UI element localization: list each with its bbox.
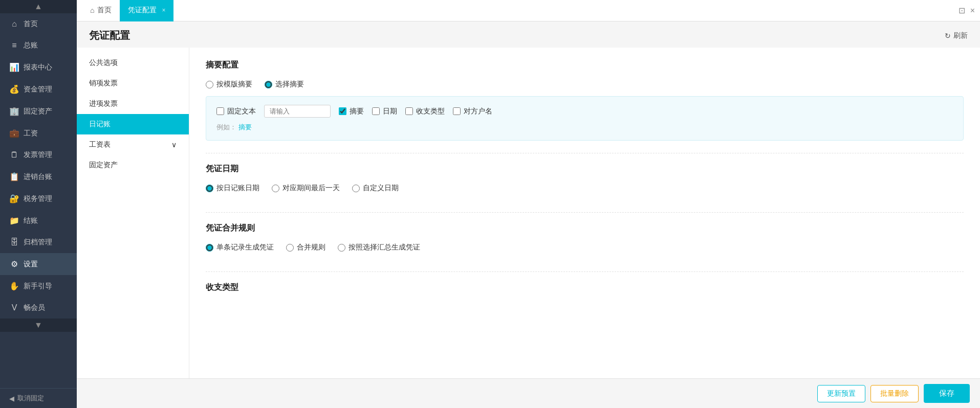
- sidebar-item-assets[interactable]: 🏢 固定资产: [0, 100, 77, 122]
- date-checkbox[interactable]: [372, 107, 380, 115]
- sidebar-item-invoice[interactable]: 🗒 发票管理: [0, 144, 77, 166]
- left-nav-payroll[interactable]: 工资表 ∨: [77, 134, 189, 155]
- date-option[interactable]: 日期: [372, 107, 397, 116]
- fixed-text-input[interactable]: [264, 105, 331, 118]
- abstract-checkbox[interactable]: [339, 107, 346, 115]
- fixed-text-option[interactable]: 固定文本: [216, 107, 256, 116]
- last-day-option[interactable]: 对应期间最后一天: [272, 184, 340, 193]
- counterpart-checkbox[interactable]: [453, 107, 461, 115]
- summary-checkbox-row: 固定文本 摘要 日期: [216, 105, 953, 118]
- main-area: ⌂ 首页 凭证配置 × ⊡ × 凭证配置 ↻ 刷新 公共选项: [77, 0, 980, 408]
- voucher-date-section: 凭证日期 按日记账日期 对应期间最后一天 自定义日期: [206, 164, 964, 213]
- settings-icon: ⚙: [9, 259, 19, 269]
- fixed-text-checkbox[interactable]: [216, 107, 224, 115]
- last-day-radio[interactable]: [272, 185, 279, 192]
- merge-rules-title: 凭证合并规则: [206, 223, 964, 234]
- select-merge-option[interactable]: 按照选择汇总生成凭证: [338, 243, 420, 252]
- tab-bar: ⌂ 首页 凭证配置 × ⊡ ×: [77, 0, 980, 21]
- summary-select-radio[interactable]: [265, 81, 272, 88]
- salary-icon: 💼: [9, 128, 19, 138]
- window-controls: ⊡ ×: [959, 6, 975, 15]
- pin-icon: ◀: [9, 395, 14, 402]
- refresh-icon: ↻: [945, 32, 951, 40]
- custom-date-option[interactable]: 自定义日期: [352, 184, 399, 193]
- sidebar-item-settings[interactable]: ⚙ 设置: [0, 253, 77, 275]
- abstract-option[interactable]: 摘要: [339, 107, 364, 116]
- income-type-section: 收支类型: [206, 282, 964, 314]
- summary-template-radio[interactable]: [206, 81, 213, 88]
- summary-radio-group: 按模版摘要 选择摘要: [206, 80, 964, 89]
- counterpart-option[interactable]: 对方户名: [453, 107, 492, 116]
- sidebar-item-salary[interactable]: 💼 工资: [0, 122, 77, 144]
- left-nav-fixed[interactable]: 固定资产: [77, 155, 189, 175]
- body-split: 公共选项 销项发票 进项发票 日记账 工资表 ∨ 固定资产: [77, 48, 980, 378]
- voucher-date-radio-group: 按日记账日期 对应期间最后一天 自定义日期: [206, 184, 964, 193]
- update-preset-button[interactable]: 更新预置: [817, 385, 865, 402]
- sidebar-item-ledger[interactable]: ≡ 总账: [0, 35, 77, 56]
- sidebar-scroll-down[interactable]: ▼: [0, 319, 77, 332]
- summary-box: 固定文本 摘要 日期: [206, 96, 964, 141]
- sidebar-item-home[interactable]: ⌂ 首页: [0, 13, 77, 35]
- tab-close-icon[interactable]: ×: [162, 7, 165, 14]
- custom-date-radio[interactable]: [352, 185, 360, 192]
- footer-bar: 更新预置 批量删除 保存: [77, 378, 980, 408]
- page-content: 凭证配置 ↻ 刷新 公共选项 销项发票 进项发票 日记账: [77, 21, 980, 408]
- left-nav-public[interactable]: 公共选项: [77, 53, 189, 73]
- sidebar-item-report[interactable]: 📊 报表中心: [0, 56, 77, 78]
- sidebar-item-archive[interactable]: 🗄 归档管理: [0, 232, 77, 253]
- refresh-button[interactable]: ↻ 刷新: [945, 31, 968, 40]
- home-icon: ⌂: [9, 19, 19, 29]
- left-nav: 公共选项 销项发票 进项发票 日记账 工资表 ∨ 固定资产: [77, 48, 189, 378]
- invoice-icon: 🗒: [9, 150, 19, 160]
- sidebar-unpin-button[interactable]: ◀ 取消固定: [0, 388, 77, 408]
- close-window-button[interactable]: ×: [970, 6, 975, 15]
- guide-icon: ✋: [9, 281, 19, 291]
- tab-voucher-config[interactable]: 凭证配置 ×: [120, 0, 173, 21]
- tab-home[interactable]: ⌂ 首页: [82, 0, 120, 21]
- sidebar-item-close[interactable]: 📁 结账: [0, 210, 77, 232]
- voucher-date-title: 凭证日期: [206, 164, 964, 174]
- sidebar-item-member[interactable]: V 畅会员: [0, 297, 77, 319]
- left-nav-purchase[interactable]: 进项发票: [77, 94, 189, 114]
- reconcile-icon: 📋: [9, 172, 19, 182]
- merge-rules-section: 凭证合并规则 单条记录生成凭证 合并规则 按照选择汇总生成凭证: [206, 223, 964, 272]
- report-icon: 📊: [9, 62, 19, 72]
- sidebar-item-guide[interactable]: ✋ 新手引导: [0, 275, 77, 297]
- close-accounts-icon: 📁: [9, 216, 19, 225]
- merge-rule-radio[interactable]: [286, 244, 294, 252]
- assets-icon: 🏢: [9, 106, 19, 116]
- sidebar-scroll-up[interactable]: ▲: [0, 0, 77, 13]
- income-type-title: 收支类型: [206, 282, 964, 293]
- page-header: 凭证配置 ↻ 刷新: [77, 21, 980, 48]
- member-icon: V: [9, 303, 19, 312]
- capital-icon: 💰: [9, 84, 19, 94]
- archive-icon: 🗄: [9, 238, 19, 247]
- tax-icon: 🔐: [9, 194, 19, 203]
- merge-rule-option[interactable]: 合并规则: [286, 243, 325, 252]
- page-title: 凭证配置: [89, 29, 130, 42]
- summary-template-option[interactable]: 按模版摘要: [206, 80, 252, 89]
- income-type-option[interactable]: 收支类型: [405, 107, 445, 116]
- save-button[interactable]: 保存: [924, 384, 970, 403]
- summary-config-title: 摘要配置: [206, 60, 964, 71]
- restore-button[interactable]: ⊡: [959, 6, 965, 15]
- summary-select-option[interactable]: 选择摘要: [265, 80, 304, 89]
- sidebar-item-capital[interactable]: 💰 资金管理: [0, 78, 77, 100]
- merge-rules-radio-group: 单条记录生成凭证 合并规则 按照选择汇总生成凭证: [206, 243, 964, 252]
- select-merge-radio[interactable]: [338, 244, 345, 252]
- ledger-icon: ≡: [9, 41, 19, 50]
- batch-delete-button[interactable]: 批量删除: [870, 385, 919, 402]
- income-type-checkbox[interactable]: [405, 107, 413, 115]
- single-record-radio[interactable]: [206, 244, 213, 252]
- journal-date-radio[interactable]: [206, 185, 213, 192]
- left-nav-journal[interactable]: 日记账: [77, 114, 189, 134]
- sidebar: ▲ ⌂ 首页 ≡ 总账 📊 报表中心 💰 资金管理 🏢 固定资产 💼 工资 🗒 …: [0, 0, 77, 408]
- sidebar-item-reconcile[interactable]: 📋 进销台账: [0, 166, 77, 188]
- chevron-down-icon: ∨: [171, 141, 177, 149]
- left-nav-sales[interactable]: 销项发票: [77, 73, 189, 94]
- single-record-option[interactable]: 单条记录生成凭证: [206, 243, 274, 252]
- journal-date-option[interactable]: 按日记账日期: [206, 184, 259, 193]
- home-tab-icon: ⌂: [90, 6, 94, 14]
- sidebar-item-tax[interactable]: 🔐 税务管理: [0, 188, 77, 210]
- summary-config-section: 摘要配置 按模版摘要 选择摘要: [206, 60, 964, 153]
